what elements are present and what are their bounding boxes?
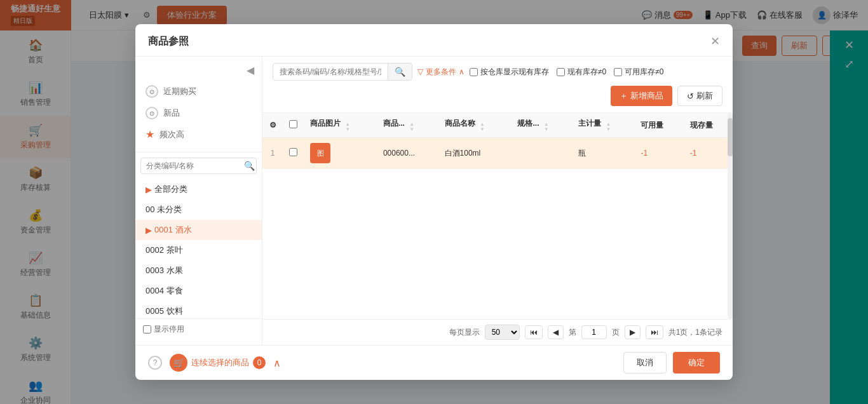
frequent-item[interactable]: ★ 频次高 xyxy=(140,125,257,144)
col-unit: 主计量 ▲▼ xyxy=(572,113,634,138)
col-settings[interactable]: ⚙ xyxy=(262,113,283,138)
product-dialog: 商品参照 ✕ ◀ ⊙ 近期购买 ⊙ 新品 xyxy=(135,24,733,380)
sort-spec-icon: ▲▼ xyxy=(544,122,549,132)
col-checkbox xyxy=(283,113,304,138)
product-image: 图 xyxy=(310,143,330,163)
product-search-input[interactable] xyxy=(273,64,388,79)
star-icon: ★ xyxy=(146,128,154,140)
filter-icon: ▽ xyxy=(417,67,423,76)
row-stock: -1 xyxy=(684,138,733,169)
category-0003[interactable]: 0003 水果 xyxy=(135,260,262,281)
col-spec: 规格... ▲▼ xyxy=(511,113,572,138)
dialog-left-panel: ◀ ⊙ 近期购买 ⊙ 新品 ★ 频次高 xyxy=(135,57,262,345)
product-table: ⚙ 商品图片 ▲▼ 商品... ▲▼ xyxy=(262,113,733,169)
table-scrollbar[interactable] xyxy=(728,113,733,319)
col-available: 可用量 xyxy=(634,113,683,138)
scrollbar-thumb xyxy=(728,118,733,156)
row-select-checkbox[interactable] xyxy=(289,148,297,156)
cart-button[interactable]: 🛒 连续选择的商品 0 xyxy=(170,354,266,372)
overlay: 商品参照 ✕ ◀ ⊙ 近期购买 ⊙ 新品 xyxy=(0,0,868,404)
category-all[interactable]: ▶ 全部分类 xyxy=(135,179,262,199)
show-disabled-checkbox[interactable] xyxy=(143,325,151,333)
page-suffix: 页 xyxy=(612,327,620,338)
next-page-button[interactable]: ▶ xyxy=(625,325,641,339)
page-summary: 共1页，1条记录 xyxy=(668,327,722,338)
checkbox-usable[interactable] xyxy=(614,68,622,76)
category-0003-label: 0003 水果 xyxy=(146,265,183,276)
row-unit: 瓶 xyxy=(572,138,634,169)
dialog-toolbar: 🔍 ▽ 更多条件 ∧ 按仓库显示现有库存 现 xyxy=(262,57,733,112)
dialog-left-top: ◀ xyxy=(135,62,262,81)
filter-arrow-icon: ∧ xyxy=(459,67,465,76)
cart-icon: 🛒 xyxy=(170,354,187,372)
new-products-item[interactable]: ⊙ 新品 xyxy=(140,103,257,123)
show-disabled-label[interactable]: 显示停用 xyxy=(143,324,184,335)
recent-purchase-label: 近期购买 xyxy=(163,86,196,97)
table-header-row: ⚙ 商品图片 ▲▼ 商品... ▲▼ xyxy=(262,113,733,138)
category-0002-label: 0002 茶叶 xyxy=(146,245,183,256)
category-0002[interactable]: 0002 茶叶 xyxy=(135,240,262,260)
checkbox-usable-label[interactable]: 可用库存≠0 xyxy=(614,67,663,77)
col-image-label: 商品图片 xyxy=(310,119,341,128)
table-row[interactable]: 1 图 000600... 白酒100ml 瓶 -1 -1 xyxy=(262,138,733,169)
cancel-button[interactable]: 取消 xyxy=(623,352,667,374)
category-0001-label: 0001 酒水 xyxy=(154,224,192,236)
category-0005[interactable]: 0005 饮料 xyxy=(135,301,262,318)
page-input[interactable] xyxy=(581,325,607,339)
category-search-input[interactable] xyxy=(146,161,241,170)
help-icon[interactable]: ? xyxy=(148,356,162,370)
prev-page-button[interactable]: ◀ xyxy=(548,325,564,339)
filter-checkboxes: 按仓库显示现有库存 现有库存≠0 可用库存≠0 xyxy=(470,67,664,77)
checkbox-warehouse[interactable] xyxy=(470,68,478,76)
sort-name-icon: ▲▼ xyxy=(480,122,485,132)
confirm-button[interactable]: 确定 xyxy=(673,352,720,374)
refresh-button[interactable]: ↺ 刷新 xyxy=(677,86,722,106)
row-checkbox[interactable] xyxy=(283,138,304,169)
checkbox-available-label[interactable]: 现有库存≠0 xyxy=(557,67,606,77)
new-icon: ⊙ xyxy=(146,107,158,119)
col-code-label: 商品... xyxy=(383,119,405,128)
category-0004[interactable]: 0004 零食 xyxy=(135,281,262,301)
collapse-up-icon[interactable]: ∧ xyxy=(273,357,281,369)
category-0001[interactable]: ▶ 0001 酒水 xyxy=(135,220,262,240)
per-page-label: 每页显示 xyxy=(449,327,480,338)
col-name-label: 商品名称 xyxy=(445,119,475,128)
checkbox-warehouse-text: 按仓库显示现有库存 xyxy=(480,67,549,77)
add-product-button[interactable]: ＋ 新增商品 xyxy=(611,86,672,106)
per-page-select[interactable]: 50 100 xyxy=(485,325,520,340)
product-table-container: ⚙ 商品图片 ▲▼ 商品... ▲▼ xyxy=(262,112,733,319)
category-all-label: 全部分类 xyxy=(154,184,187,195)
col-unit-label: 主计量 xyxy=(578,119,601,128)
category-search-icon: 🔍 xyxy=(244,161,255,171)
dialog-close-button[interactable]: ✕ xyxy=(710,34,720,48)
collapse-left-button[interactable]: ◀ xyxy=(247,64,254,76)
row-image: 图 xyxy=(304,138,377,169)
first-page-button[interactable]: ⏮ xyxy=(525,325,543,339)
toolbar-actions: ＋ 新增商品 ↺ 刷新 xyxy=(611,86,722,106)
checkbox-available[interactable] xyxy=(557,68,565,76)
recent-icon: ⊙ xyxy=(146,85,158,98)
row-spec xyxy=(511,138,572,169)
checkbox-warehouse-label[interactable]: 按仓库显示现有库存 xyxy=(470,67,549,77)
dialog-header: 商品参照 ✕ xyxy=(135,24,733,57)
category-00-label: 00 未分类 xyxy=(146,204,182,215)
product-search-button[interactable]: 🔍 xyxy=(388,64,412,80)
expand-icon: ▶ xyxy=(146,185,152,194)
frequent-label: 频次高 xyxy=(159,129,184,140)
dialog-left-nav: ⊙ 近期购买 ⊙ 新品 ★ 频次高 xyxy=(135,81,262,149)
category-0004-label: 0004 零食 xyxy=(146,285,183,297)
product-search-group: 🔍 xyxy=(273,63,412,81)
filter-label: 更多条件 xyxy=(426,67,456,77)
filter-button[interactable]: ▽ 更多条件 ∧ xyxy=(417,67,465,77)
category-search-box: 🔍 xyxy=(140,158,257,174)
last-page-button[interactable]: ⏭ xyxy=(646,325,663,339)
dialog-body: ◀ ⊙ 近期购买 ⊙ 新品 ★ 频次高 xyxy=(135,57,733,345)
row-name: 白酒100ml xyxy=(438,138,512,169)
cart-count: 0 xyxy=(253,356,266,369)
recent-purchase-item[interactable]: ⊙ 近期购买 xyxy=(140,81,257,102)
col-available-label: 可用量 xyxy=(641,121,663,130)
dialog-right-panel: 🔍 ▽ 更多条件 ∧ 按仓库显示现有库存 现 xyxy=(262,57,733,345)
select-all-checkbox[interactable] xyxy=(289,120,297,128)
category-00[interactable]: 00 未分类 xyxy=(135,199,262,220)
dialog-footer: ? 🛒 连续选择的商品 0 ∧ 取消 确定 xyxy=(135,345,733,380)
